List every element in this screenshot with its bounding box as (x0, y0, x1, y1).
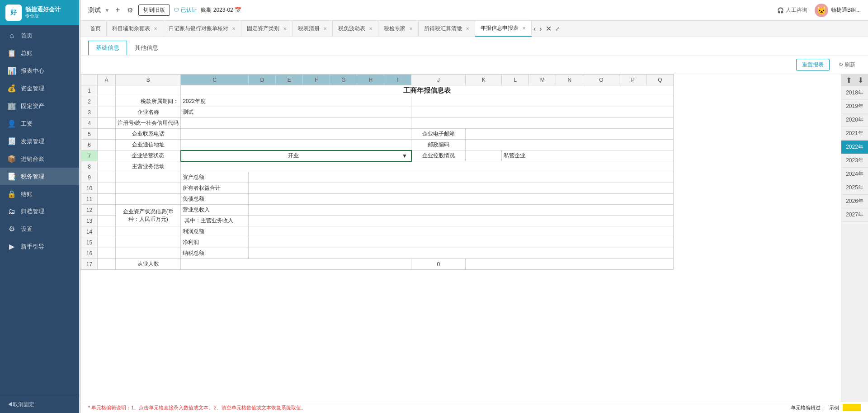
sidebar-item-report[interactable]: 📊 报表中心 (0, 62, 79, 80)
col-header-e[interactable]: E (276, 75, 303, 85)
cell-k5[interactable] (466, 129, 674, 140)
year-item-2019[interactable]: 2019年 (841, 100, 868, 113)
year-item-2027[interactable]: 2027年 (841, 208, 868, 222)
tab-tax-expert-close[interactable]: ✕ (409, 26, 413, 31)
col-header-o[interactable]: O (583, 75, 619, 85)
cell-j6[interactable]: 邮政编码 (411, 140, 466, 150)
sub-tab-basic[interactable]: 基础信息 (88, 41, 127, 56)
tab-income-tax[interactable]: 所得税汇算清缴 ✕ (419, 21, 475, 37)
cell-c16[interactable]: 纳税总额 (181, 248, 249, 259)
year-item-2020[interactable]: 2020年 (841, 113, 868, 127)
tab-tax-expert[interactable]: 税检专家 ✕ (378, 21, 419, 37)
tab-tax-table-close[interactable]: ✕ (323, 26, 327, 31)
sidebar-item-tax[interactable]: 📑 税务管理 (0, 168, 79, 185)
refresh-button[interactable]: ↻ 刷新 (833, 59, 861, 70)
col-header-d[interactable]: D (249, 75, 276, 85)
cell-c12[interactable]: 营业总收入 (181, 205, 249, 216)
tab-income-tax-close[interactable]: ✕ (466, 26, 469, 31)
year-item-2018[interactable]: 2018年 (841, 86, 868, 100)
cell-c2[interactable]: 2022年度 (181, 96, 411, 107)
topbar-oldversion-button[interactable]: 切到旧版 (138, 5, 170, 16)
cell-c5[interactable] (181, 129, 411, 140)
cell-b6[interactable]: 企业通信地址 (116, 140, 181, 150)
topbar-add-button[interactable]: + (113, 5, 122, 15)
cell-b17[interactable]: 从业人数 (116, 259, 181, 270)
col-header-i[interactable]: I (384, 75, 411, 85)
tab-journal-close[interactable]: ✕ (232, 26, 236, 31)
sidebar-item-home[interactable]: ⌂ 首页 (0, 27, 79, 44)
cell-b8[interactable]: 主营业务活动 (116, 161, 181, 172)
col-header-f[interactable]: F (303, 75, 330, 85)
tab-expand[interactable]: ⤢ (553, 26, 561, 32)
sidebar-item-fund[interactable]: 💰 资金管理 (0, 80, 79, 97)
cell-c7-dropdown[interactable]: 开业 ▼ (181, 150, 411, 161)
year-item-2024[interactable]: 2024年 (841, 168, 868, 181)
year-item-2021[interactable]: 2021年 (841, 127, 868, 141)
col-header-n[interactable]: N (556, 75, 583, 85)
cell-k6[interactable] (466, 140, 674, 150)
year-item-2025[interactable]: 2025年 (841, 181, 868, 195)
sidebar-collapse-btn[interactable]: ◀取消固定 (0, 396, 79, 413)
cell-j17[interactable]: 0 (411, 259, 466, 270)
sidebar-item-invoice[interactable]: 🧾 发票管理 (0, 132, 79, 150)
col-header-c[interactable]: C (181, 75, 249, 85)
cell-b2[interactable]: 税款所属期间： (116, 96, 181, 107)
tab-journal[interactable]: 日记账与银行对账单核对 ✕ (163, 21, 241, 37)
sidebar-item-archive[interactable]: 🗂 归档管理 (0, 203, 79, 220)
cell-c9[interactable]: 资产总额 (181, 172, 249, 183)
year-item-2023[interactable]: 2023年 (841, 154, 868, 168)
cell-b5[interactable]: 企业联系电话 (116, 129, 181, 140)
cell-c4[interactable] (181, 118, 411, 129)
col-header-p[interactable]: P (619, 75, 646, 85)
cell-c17[interactable] (181, 259, 411, 270)
cell-k7[interactable] (466, 150, 502, 161)
cell-b3[interactable]: 企业名称 (116, 107, 181, 118)
sub-tab-other[interactable]: 其他信息 (127, 41, 166, 56)
year-item-2022[interactable]: 2022年 (841, 141, 868, 154)
topbar-user[interactable]: 🐱 畅捷通B组... (815, 4, 861, 17)
col-header-l[interactable]: L (502, 75, 529, 85)
col-header-q[interactable]: Q (646, 75, 674, 85)
tab-home[interactable]: 首页 (85, 21, 107, 37)
col-header-m[interactable]: M (529, 75, 556, 85)
sidebar-item-close[interactable]: 🔒 结账 (0, 185, 79, 203)
topbar-dropdown-arrow[interactable]: ▼ (104, 7, 110, 14)
tab-fixed-asset[interactable]: 固定资产类别 ✕ (241, 21, 292, 37)
col-header-h[interactable]: H (357, 75, 384, 85)
tab-aux[interactable]: 科目辅助余额表 ✕ (107, 21, 163, 37)
year-scroll-up[interactable]: ⬆ (846, 76, 852, 84)
sidebar-item-settings[interactable]: ⚙ 设置 (0, 220, 79, 238)
cell-j7[interactable]: 企业控股情况 (411, 150, 466, 161)
cell-j5[interactable]: 企业电子邮箱 (411, 129, 466, 140)
tab-fixed-asset-close[interactable]: ✕ (283, 26, 287, 31)
topbar-settings-button[interactable]: ⚙ (125, 6, 135, 14)
tab-annual-report-close[interactable]: ✕ (522, 26, 526, 31)
cell-c10[interactable]: 所有者权益合计 (181, 183, 249, 194)
col-header-b[interactable]: B (116, 75, 181, 85)
cell-c8[interactable] (181, 161, 674, 172)
cell-c15[interactable]: 净利润 (181, 237, 249, 248)
col-header-k[interactable]: K (466, 75, 502, 85)
sheet-title-cell[interactable]: 工商年报信息表 (181, 85, 674, 96)
col-header-g[interactable]: G (330, 75, 357, 85)
cell-b4[interactable]: 注册号/统一社会信用代码 (116, 118, 181, 129)
sidebar-item-asset[interactable]: 🏢 固定资产 (0, 97, 79, 115)
cell-l7[interactable]: 私营企业 (502, 150, 674, 161)
tab-tax-wave-close[interactable]: ✕ (369, 26, 373, 31)
cell-c11[interactable]: 负债总额 (181, 194, 249, 205)
col-header-j[interactable]: J (411, 75, 466, 85)
cell-c3[interactable]: 测试 (181, 107, 411, 118)
topbar-support-btn[interactable]: 🎧 人工咨询 (777, 6, 807, 14)
cell-d13[interactable]: 其中：主营业务收入 (181, 216, 249, 226)
cell-c14[interactable]: 利润总额 (181, 226, 249, 237)
sidebar-item-newbie[interactable]: ▶ 新手引导 (0, 238, 79, 255)
spreadsheet-container[interactable]: A B C D E F G H I J (81, 74, 841, 402)
cell-b12-13[interactable]: 企业资产状况信息(币种：人民币万元) (116, 205, 181, 226)
tab-aux-close[interactable]: ✕ (154, 26, 157, 31)
sidebar-item-stock[interactable]: 📦 进销台账 (0, 150, 79, 168)
reset-report-button[interactable]: 重置报表 (796, 59, 830, 71)
year-scroll-down[interactable]: ⬇ (858, 76, 863, 84)
tab-nav-prev[interactable]: ‹ (532, 25, 538, 33)
tab-close-all[interactable]: ✕ (544, 24, 553, 33)
cell-b7[interactable]: 企业经营状态 (116, 150, 181, 161)
